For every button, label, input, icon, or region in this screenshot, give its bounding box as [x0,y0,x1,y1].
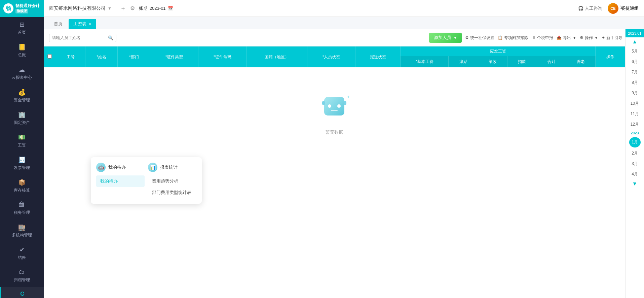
home-icon: ⊞ [20,21,25,28]
sidebar: 畅 畅捷通好会计 旗舰版 ⊞ 首页 📒 总账 ☁ 云报表中心 💰 资金管理 🏢 … [0,0,44,298]
tab-home[interactable]: 首页 [49,19,67,29]
search-input[interactable] [52,35,106,40]
month-up-icon[interactable]: ▲ [626,37,644,46]
month-item-10[interactable]: 10月 [626,98,644,109]
month-item-5[interactable]: 5月 [626,46,644,57]
tab-payroll-table[interactable]: 工资表 ✕ [69,19,96,29]
guide-btn[interactable]: ✦ 新手引导 [602,35,622,41]
sidebar-item-settle[interactable]: ✔ 结账 [0,242,44,265]
personal-tax-btn[interactable]: 🖥 个税申报 [532,35,553,41]
month-panel: 2023.01 ▲ 5月 6月 7月 8月 9月 10月 11月 12月 202… [625,29,644,298]
th-dept: *部门 [118,46,150,67]
popup-title-2: 📊 报表统计 [148,163,196,172]
sidebar-item-ledger[interactable]: 📒 总账 [0,39,44,62]
month-item-11[interactable]: 11月 [626,109,644,119]
th-person-status[interactable]: *人员状态 [307,46,355,67]
th-report-status[interactable]: 报送状态 [355,46,401,67]
popup-title-1-text: 我的待办 [108,164,126,170]
guide-action-icon: ✦ [602,35,605,40]
sidebar-label-fixed-assets: 固定资产 [14,120,30,126]
sidebar-item-home[interactable]: ⊞ 首页 [0,17,44,39]
th-name[interactable]: *姓名 [85,46,118,67]
cloud-report-icon: ☁ [19,66,25,73]
headset-icon: 🎧 [578,6,583,11]
robot-eye-right [337,104,341,108]
sidebar-label-home: 首页 [18,30,26,35]
export-btn[interactable]: 📤 导出 ▼ [557,35,576,41]
add-person-button[interactable]: 添加人员 ▼ [429,33,462,43]
payroll-table: 工号 *姓名 *部门 *证件类型 *证件号码 国籍（地区） *人员状态 报送状态… [44,46,625,165]
sidebar-item-xiaochang[interactable]: G 小畅报销 [0,287,44,298]
month-item-9[interactable]: 9月 [626,88,644,98]
app-logo: 畅 畅捷通好会计 旗舰版 [0,0,44,17]
report-icon: 📊 [148,163,157,172]
sidebar-nav: ⊞ 首页 📒 总账 ☁ 云报表中心 💰 资金管理 🏢 固定资产 💵 工资 🧾 发… [0,17,44,298]
topbar-settings-icon[interactable]: ⚙ [130,5,135,11]
sidebar-item-payroll[interactable]: 💵 工资 [0,130,44,152]
month-item-6[interactable]: 6月 [626,57,644,67]
service-button[interactable]: 🎧 人工咨询 [578,5,602,11]
sidebar-item-invoice[interactable]: 🧾 发票管理 [0,152,44,175]
robot-illustration: ✦ [321,97,348,115]
social-insurance-btn[interactable]: ⚙ 统一社保设置 [465,35,494,41]
month-down-icon[interactable]: ▼ [626,179,644,188]
month-item-1[interactable]: 1月 [629,137,641,147]
sidebar-item-inventory[interactable]: 📦 库存核算 [0,175,44,197]
sidebar-item-fixed-assets[interactable]: 🏢 固定资产 [0,107,44,130]
user-avatar: CE [608,3,618,14]
close-all-tabs[interactable]: ✕ [619,4,624,10]
popup-item-cost-trend[interactable]: 费用趋势分析 [148,175,196,187]
content-area: 🔍 添加人员 ▼ ⚙ 统一社保设置 📋 专项附加扣除 🖥 个税申报 [44,29,644,298]
empty-icon-wrap: ✦ [321,97,348,124]
export-icon: 📤 [557,35,562,40]
month-item-4[interactable]: 4月 [626,169,644,179]
select-all-checkbox[interactable] [47,54,52,59]
tax-icon: 🏛 [19,201,25,208]
sidebar-label-archive: 归档管理 [14,277,30,283]
tax-deduction-btn[interactable]: 📋 专项附加扣除 [498,35,528,41]
topbar: 西安虾米网络科技有限公司 ▼ ＋ ⚙ 账期 2023-01 📅 🎧 人工咨询 C… [44,0,644,17]
sidebar-item-fund[interactable]: 💰 资金管理 [0,85,44,107]
month-item-8[interactable]: 8月 [626,77,644,88]
sidebar-item-cloud-report[interactable]: ☁ 云报表中心 [0,62,44,85]
year-label: 2023 [626,130,644,136]
payroll-icon: 💵 [18,134,26,141]
popup-item-todo[interactable]: 我的待办 [96,175,145,187]
sidebar-item-archive[interactable]: 🗂 归档管理 [0,265,44,287]
popup-col-right: 📊 报表统计 费用趋势分析 部门费用类型统计表 [148,163,196,198]
month-item-7[interactable]: 7月 [626,67,644,77]
th-deductions: 扣款 [507,56,537,67]
sidebar-item-multi-org[interactable]: 🏬 多机构管理 [0,220,44,242]
month-item-3[interactable]: 3月 [626,159,644,169]
th-checkbox[interactable] [44,46,56,67]
topbar-add-icon[interactable]: ＋ [120,4,126,12]
fund-icon: 💰 [18,89,26,96]
search-wrap[interactable]: 🔍 [49,34,116,42]
sidebar-label-ledger: 总账 [18,52,26,58]
inventory-icon: 📦 [18,179,26,186]
export-chevron-icon: ▼ [572,35,576,40]
sidebar-item-tax[interactable]: 🏛 税务管理 [0,197,44,220]
tabbar: 首页 工资表 ✕ [44,17,644,29]
operations-chevron-icon: ▼ [594,35,598,40]
operations-btn[interactable]: ⚙ 操作 ▼ [580,35,598,41]
sidebar-label-tax: 税务管理 [14,210,30,216]
logo-title: 畅捷通好会计 [15,3,40,8]
empty-text: 暂无数据 [326,129,343,135]
th-basic-salary: *基本工资 [401,56,449,67]
search-icon[interactable]: 🔍 [108,35,113,40]
logo-sub: 旗舰版 [15,9,28,13]
company-chevron-icon: ▼ [108,6,112,11]
personal-tax-icon: 🖥 [532,35,536,40]
tab-close-icon[interactable]: ✕ [88,22,91,26]
popup-columns: 🤖 我的待办 我的待办 📊 报表统计 费用趋势分析 部门费用类型统计表 [96,163,196,198]
month-item-12[interactable]: 12月 [626,119,644,130]
archive-icon: 🗂 [19,269,25,276]
period-value: 2023-01 [150,6,166,11]
company-selector[interactable]: 西安虾米网络科技有限公司 ▼ [49,5,112,11]
th-employee-id: 工号 [56,46,85,67]
xiaochang-popup: 🤖 我的待办 我的待办 📊 报表统计 费用趋势分析 部门费用类型统计表 [91,157,202,204]
period-calendar-icon[interactable]: 📅 [168,6,173,11]
month-item-2[interactable]: 2月 [626,148,644,159]
popup-item-dept-cost[interactable]: 部门费用类型统计表 [148,187,196,198]
